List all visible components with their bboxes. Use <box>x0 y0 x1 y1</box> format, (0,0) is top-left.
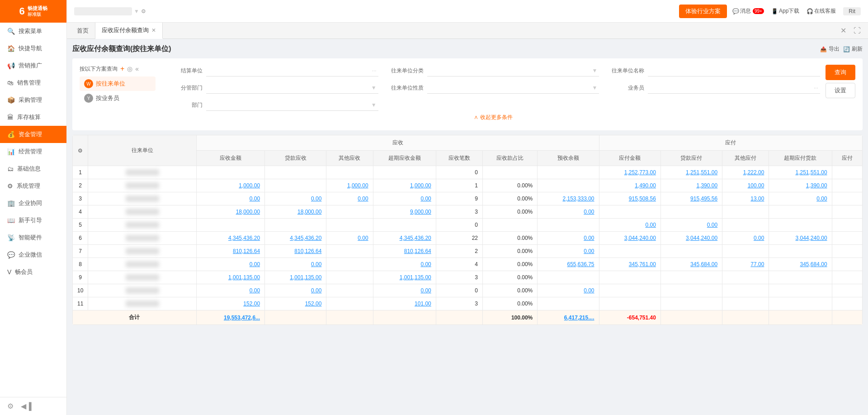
table-cell[interactable] <box>373 166 436 179</box>
table-cell[interactable] <box>722 271 769 284</box>
table-cell[interactable]: 18,000.00 <box>196 205 264 219</box>
table-cell[interactable]: 0.00 <box>769 192 832 205</box>
gear-icon[interactable]: ⚙ <box>141 8 146 14</box>
table-cell[interactable]: 1,251,551.00 <box>660 166 722 179</box>
sidebar-item-guide[interactable]: 📖新手引导 <box>0 212 66 229</box>
table-cell[interactable]: 1,390.00 <box>660 179 722 192</box>
table-cell[interactable]: 1,252,773.00 <box>599 166 660 179</box>
table-cell[interactable]: 0.00 <box>538 284 599 297</box>
user-avatar[interactable]: Rit <box>843 7 861 15</box>
fenguan-select[interactable]: ▼ <box>206 82 378 94</box>
tab-query[interactable]: 应收应付余额查询 ✕ <box>95 23 163 39</box>
table-cell[interactable] <box>265 166 326 179</box>
table-cell[interactable]: 810,126.64 <box>196 245 264 258</box>
table-cell[interactable] <box>326 166 373 179</box>
export-btn[interactable]: 📤 导出 <box>820 45 840 53</box>
table-cell[interactable]: 1,390.00 <box>769 179 832 192</box>
sidebar-item-finance[interactable]: 💰资金管理 <box>0 126 66 143</box>
online-service-btn[interactable]: 🎧 在线客服 <box>807 7 836 15</box>
tab-home[interactable]: 首页 <box>71 23 95 39</box>
table-cell[interactable]: 152.00 <box>196 297 264 310</box>
table-cell[interactable]: 1,001,135.00 <box>373 271 436 284</box>
settings-footer-icon[interactable]: ⚙ <box>7 402 14 410</box>
table-cell[interactable]: 0.00 <box>265 284 326 297</box>
table-cell[interactable] <box>599 271 660 284</box>
table-cell[interactable] <box>196 166 264 179</box>
table-cell[interactable] <box>660 284 722 297</box>
query-btn[interactable]: 查询 <box>826 65 855 80</box>
table-cell[interactable] <box>660 205 722 219</box>
filter-by-staff[interactable]: Y 按业务员 <box>80 91 156 105</box>
table-cell[interactable]: 1,000.00 <box>196 179 264 192</box>
table-cell[interactable] <box>196 219 264 232</box>
table-cell[interactable]: 0.00 <box>660 219 722 232</box>
table-cell[interactable]: 810,126.64 <box>373 245 436 258</box>
table-cell[interactable] <box>722 245 769 258</box>
table-cell[interactable] <box>538 297 599 310</box>
table-cell[interactable]: 1,490.00 <box>599 179 660 192</box>
yewuyuan-input[interactable]: ··· <box>648 82 820 94</box>
table-cell[interactable] <box>326 297 373 310</box>
table-cell[interactable] <box>326 245 373 258</box>
collapse-sidebar-icon[interactable]: ◀▐ <box>21 402 31 410</box>
table-cell[interactable]: 0.00 <box>538 232 599 245</box>
table-cell[interactable]: 655,636.75 <box>538 258 599 271</box>
table-cell[interactable]: 345,761.00 <box>599 258 660 271</box>
table-cell[interactable]: 3,044,240.00 <box>599 232 660 245</box>
table-cell[interactable]: 0.00 <box>196 284 264 297</box>
collapse-filter-icon[interactable]: « <box>135 65 139 72</box>
table-cell[interactable] <box>373 219 436 232</box>
table-cell[interactable]: 1,001,135.00 <box>196 271 264 284</box>
table-cell[interactable]: 1,001,135.00 <box>265 271 326 284</box>
add-filter-icon[interactable]: + <box>120 65 124 73</box>
trial-btn[interactable]: 体验行业方案 <box>679 5 727 18</box>
table-cell[interactable]: 3,044,240.00 <box>660 232 722 245</box>
table-cell[interactable]: 13.00 <box>722 192 769 205</box>
table-cell[interactable] <box>599 245 660 258</box>
table-cell[interactable] <box>769 245 832 258</box>
table-cell[interactable] <box>660 245 722 258</box>
window-close-icon[interactable]: ✕ <box>837 26 850 35</box>
table-cell[interactable]: 0.00 <box>326 232 373 245</box>
table-cell[interactable]: 0.00 <box>326 192 373 205</box>
table-cell[interactable]: 0.00 <box>373 192 436 205</box>
filter-by-unit[interactable]: W 按往来单位 <box>80 76 156 91</box>
table-cell[interactable] <box>769 219 832 232</box>
sidebar-item-search[interactable]: 🔍搜索菜单 <box>0 23 66 40</box>
table-cell[interactable]: 0.00 <box>722 232 769 245</box>
wanglaiming-input[interactable] <box>648 65 820 76</box>
table-cell[interactable] <box>769 271 832 284</box>
table-cell[interactable]: 0.00 <box>599 219 660 232</box>
table-cell[interactable]: 1,000.00 <box>373 179 436 192</box>
setting-btn[interactable]: 设置 <box>826 83 855 98</box>
table-cell[interactable]: 0.00 <box>538 245 599 258</box>
messages-btn[interactable]: 💬 消息 99+ <box>732 7 764 15</box>
table-cell[interactable]: 0.00 <box>196 258 264 271</box>
table-cell[interactable]: 810,126.64 <box>265 245 326 258</box>
sidebar-item-hardware[interactable]: 📡智能硬件 <box>0 229 66 246</box>
sidebar-item-stock[interactable]: 🏛库存核算 <box>0 109 66 126</box>
table-cell[interactable] <box>660 271 722 284</box>
table-cell[interactable]: 0.00 <box>196 192 264 205</box>
table-cell[interactable] <box>538 219 599 232</box>
table-cell[interactable] <box>538 166 599 179</box>
table-cell[interactable] <box>722 297 769 310</box>
wanglaixin-select[interactable]: ▼ <box>427 82 599 94</box>
collapse-btn[interactable]: ∧ 收起更多条件 <box>166 111 820 124</box>
table-cell[interactable] <box>265 179 326 192</box>
table-cell[interactable]: 0.00 <box>538 205 599 219</box>
table-cell[interactable] <box>599 297 660 310</box>
table-cell[interactable]: 0.00 <box>265 258 326 271</box>
table-cell[interactable] <box>722 205 769 219</box>
table-cell[interactable]: 4,345,436.20 <box>373 232 436 245</box>
table-cell[interactable]: 1,000.00 <box>326 179 373 192</box>
table-cell[interactable]: 0.00 <box>373 258 436 271</box>
sidebar-item-basic[interactable]: 🗂基础信息 <box>0 160 66 177</box>
jiesuandanwei-input[interactable]: ··· <box>206 65 378 76</box>
sidebar-item-operation[interactable]: 📊经营管理 <box>0 143 66 160</box>
table-cell[interactable] <box>326 205 373 219</box>
table-cell[interactable] <box>538 179 599 192</box>
settings-filter-icon[interactable]: ◎ <box>127 65 132 72</box>
table-cell[interactable]: 915,508.56 <box>599 192 660 205</box>
table-cell[interactable] <box>538 271 599 284</box>
